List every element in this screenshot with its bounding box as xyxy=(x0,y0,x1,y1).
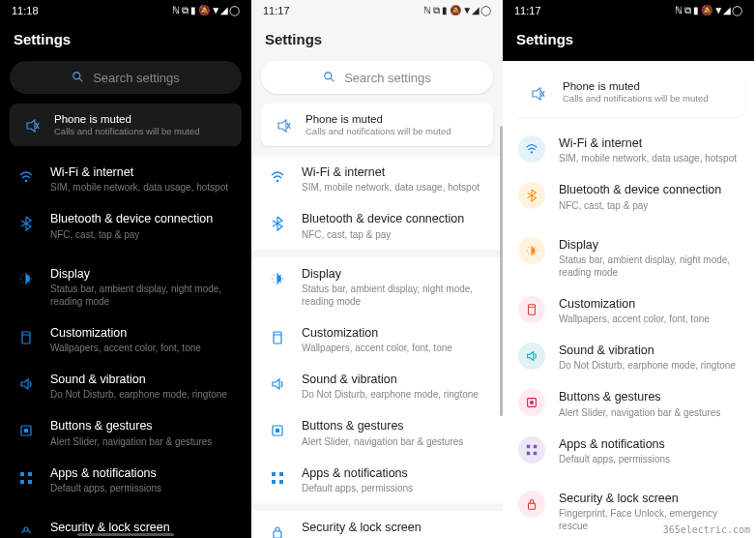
apps-icon xyxy=(267,467,288,489)
mute-icon xyxy=(273,115,294,136)
item-sub: Default apps, permissions xyxy=(559,453,739,465)
status-time: 11:17 xyxy=(514,5,541,16)
item-label: Bluetooth & device connection xyxy=(302,211,487,226)
search-input[interactable]: Search settings xyxy=(261,61,493,94)
item-label: Display xyxy=(559,237,739,253)
status-time: 11:18 xyxy=(12,5,39,16)
item-wifi[interactable]: Wi-Fi & internetSIM, mobile network, dat… xyxy=(0,156,251,202)
item-security[interactable]: Security & lock screenFingerprint, Face … xyxy=(0,511,251,533)
sound-icon xyxy=(518,343,545,370)
item-label: Security & lock screen xyxy=(302,520,487,535)
display-icon xyxy=(267,268,288,289)
item-wifi[interactable]: Wi-Fi & internetSIM, mobile network, dat… xyxy=(251,156,503,202)
search-icon xyxy=(323,71,336,84)
buttons-icon xyxy=(518,389,545,416)
item-sub: Wallpapers, accent color, font, tone xyxy=(50,342,236,354)
nav-bar[interactable] xyxy=(77,533,174,536)
lock-icon xyxy=(267,522,288,538)
item-sub: Status bar, ambient display, night mode,… xyxy=(50,283,236,308)
item-label: Customization xyxy=(302,325,487,341)
item-sound[interactable]: Sound & vibrationDo Not Disturb, earphon… xyxy=(503,334,754,380)
apps-icon xyxy=(15,467,37,489)
item-customization[interactable]: CustomizationWallpapers, accent color, f… xyxy=(0,316,251,363)
item-sub: Default apps, permissions xyxy=(302,482,487,494)
item-label: Display xyxy=(50,266,236,282)
item-sub: Alert Slider, navigation bar & gestures xyxy=(559,406,739,419)
item-label: Customization xyxy=(50,325,236,341)
item-buttons[interactable]: Buttons & gesturesAlert Slider, navigati… xyxy=(0,409,251,456)
item-apps[interactable]: Apps & notificationsDefault apps, permis… xyxy=(251,457,503,503)
item-sub: NFC, cast, tap & pay xyxy=(302,228,487,241)
item-label: Apps & notifications xyxy=(302,465,487,481)
item-sub: SIM, mobile network, data usage, hotspot xyxy=(559,152,739,164)
item-label: Display xyxy=(302,266,487,282)
buttons-icon xyxy=(15,420,37,441)
bluetooth-icon xyxy=(518,182,545,209)
lock-icon xyxy=(518,491,545,518)
item-sub: Default apps, permissions xyxy=(50,482,236,494)
item-label: Customization xyxy=(559,296,739,312)
search-input[interactable]: Search settings xyxy=(10,61,242,94)
item-label: Buttons & gestures xyxy=(302,418,487,433)
alert-mute[interactable]: Phone is mutedCalls and notifications wi… xyxy=(261,104,493,146)
item-display[interactable]: DisplayStatus bar, ambient display, nigh… xyxy=(503,228,754,287)
item-sub: NFC, cast, tap & pay xyxy=(50,228,236,241)
status-icons: ℕ ⧉ ▮ 🔕 ▼◢ ◯ xyxy=(172,5,240,16)
item-sub: Wallpapers, accent color, font, tone xyxy=(559,313,739,325)
search-placeholder: Search settings xyxy=(93,71,180,85)
item-label: Bluetooth & device connection xyxy=(559,182,739,197)
item-sub: Alert Slider, navigation bar & gestures xyxy=(50,435,236,448)
item-display[interactable]: DisplayStatus bar, ambient display, nigh… xyxy=(0,257,251,316)
item-label: Security & lock screen xyxy=(559,491,739,506)
alert-title: Phone is muted xyxy=(54,113,200,125)
display-icon xyxy=(15,268,37,289)
alert-sub: Calls and notifications will be muted xyxy=(54,126,200,136)
item-sub: NFC, cast, tap & pay xyxy=(559,199,739,212)
item-label: Buttons & gestures xyxy=(559,389,739,404)
customization-icon xyxy=(518,296,545,323)
item-label: Wi-Fi & internet xyxy=(50,164,236,180)
item-display[interactable]: DisplayStatus bar, ambient display, nigh… xyxy=(251,257,503,316)
screen-dark: 11:18 ℕ ⧉ ▮ 🔕 ▼◢ ◯ Settings Search setti… xyxy=(0,0,251,538)
customization-icon xyxy=(15,327,37,348)
item-buttons[interactable]: Buttons & gesturesAlert Slider, navigati… xyxy=(251,409,503,456)
item-customization[interactable]: CustomizationWallpapers, accent color, f… xyxy=(503,287,754,334)
item-bluetooth[interactable]: Bluetooth & device connectionNFC, cast, … xyxy=(251,202,503,249)
statusbar: 11:17 ℕ ⧉ ▮ 🔕 ▼◢ ◯ xyxy=(503,0,754,21)
item-customization[interactable]: CustomizationWallpapers, accent color, f… xyxy=(251,316,503,363)
mute-icon xyxy=(21,115,43,136)
item-bluetooth[interactable]: Bluetooth & device connectionNFC, cast, … xyxy=(503,173,754,220)
buttons-icon xyxy=(267,420,288,441)
sound-icon xyxy=(15,374,37,395)
item-label: Apps & notifications xyxy=(559,436,739,452)
item-label: Buttons & gestures xyxy=(50,418,236,433)
alert-mute[interactable]: Phone is mutedCalls and notifications wi… xyxy=(512,71,744,117)
item-security[interactable]: Security & lock screenFingerprint, Face … xyxy=(251,511,503,538)
item-label: Apps & notifications xyxy=(50,465,236,481)
item-sound[interactable]: Sound & vibrationDo Not Disturb, earphon… xyxy=(0,363,251,409)
item-sub: Status bar, ambient display, night mode,… xyxy=(559,254,739,279)
page-title: Settings xyxy=(265,31,489,47)
status-icons: ℕ ⧉ ▮ 🔕 ▼◢ ◯ xyxy=(675,5,742,16)
settings-list: Phone is mutedCalls and notifications wi… xyxy=(503,61,754,538)
item-sub: SIM, mobile network, data usage, hotspot xyxy=(50,181,236,194)
alert-title: Phone is muted xyxy=(305,113,451,125)
item-bluetooth[interactable]: Bluetooth & device connectionNFC, cast, … xyxy=(0,202,251,249)
status-time: 11:17 xyxy=(263,5,290,16)
item-sub: Alert Slider, navigation bar & gestures xyxy=(302,435,487,448)
item-label: Sound & vibration xyxy=(50,372,236,387)
alert-sub: Calls and notifications will be muted xyxy=(563,93,709,104)
item-sound[interactable]: Sound & vibrationDo Not Disturb, earphon… xyxy=(251,363,503,409)
item-wifi[interactable]: Wi-Fi & internetSIM, mobile network, dat… xyxy=(503,127,754,173)
settings-list: Phone is mutedCalls and notifications wi… xyxy=(251,104,503,538)
item-apps[interactable]: Apps & notificationsDefault apps, permis… xyxy=(0,457,251,503)
item-buttons[interactable]: Buttons & gesturesAlert Slider, navigati… xyxy=(503,380,754,427)
alert-mute[interactable]: Phone is mutedCalls and notifications wi… xyxy=(10,104,242,146)
item-sub: Do Not Disturb, earphone mode, ringtone xyxy=(50,388,236,401)
alert-sub: Calls and notifications will be muted xyxy=(305,126,451,136)
alert-title: Phone is muted xyxy=(563,80,709,92)
item-apps[interactable]: Apps & notificationsDefault apps, permis… xyxy=(503,428,754,474)
status-icons: ℕ ⧉ ▮ 🔕 ▼◢ ◯ xyxy=(423,5,491,16)
statusbar: 11:17 ℕ ⧉ ▮ 🔕 ▼◢ ◯ xyxy=(251,0,503,21)
page-title: Settings xyxy=(516,31,741,47)
